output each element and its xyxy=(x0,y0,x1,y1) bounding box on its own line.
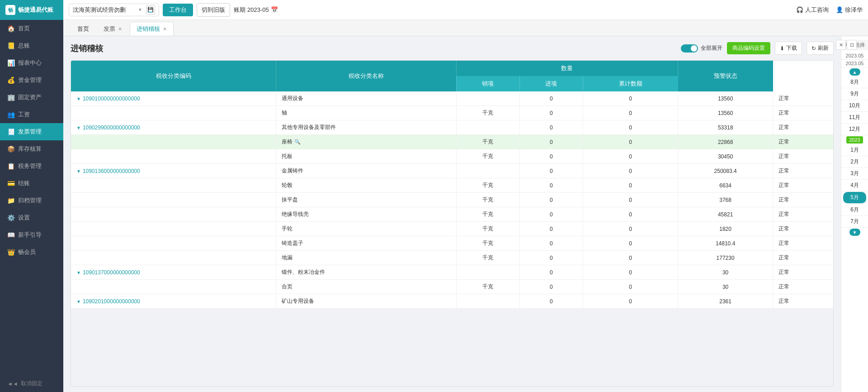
switch-track[interactable] xyxy=(681,44,698,53)
sidebar-icon-3: 💰 xyxy=(7,76,14,84)
expand-toggle[interactable]: 全部展开 xyxy=(681,44,722,53)
row-unit: 千克 xyxy=(456,106,519,120)
right-panel: ✕ ⊡ 期间选择 2023.05 2023.05 ▲ 8月 9月 10月 11月… xyxy=(841,36,868,392)
refresh-button[interactable]: ↻ 刷新 xyxy=(807,42,834,55)
sidebar-label-12: 新手引导 xyxy=(18,231,42,239)
sidebar-item-税务管理[interactable]: 📋税务管理 xyxy=(0,158,63,175)
th-quantity: 数量 xyxy=(456,61,678,76)
period-7[interactable]: 7月 xyxy=(841,216,868,228)
row-unit xyxy=(456,120,519,135)
row-name: 地漏 xyxy=(276,251,456,265)
sidebar-item-首页[interactable]: 🏠首页 xyxy=(0,20,63,37)
period-10[interactable]: 10月 xyxy=(841,100,868,112)
content-main: 进销稽核 全部展开 商品编码设置 ⬇ 下载 ↻ 刷 xyxy=(63,36,841,392)
sidebar-item-工资[interactable]: 👥工资 xyxy=(0,106,63,123)
collapse-icon[interactable]: ▼ xyxy=(76,169,81,174)
row-unit: 千克 xyxy=(456,135,519,149)
sidebar-item-结账[interactable]: 💳结账 xyxy=(0,175,63,192)
sidebar-label-5: 工资 xyxy=(18,110,30,119)
company-selector[interactable]: 沈海英测试经营勿删 ▼ 💾 xyxy=(69,4,159,16)
sidebar-item-报表中心[interactable]: 📊报表中心 xyxy=(0,54,63,72)
row-code: ▼1090299000000000000 xyxy=(71,120,276,135)
period-5-active[interactable]: 5月 xyxy=(843,192,866,204)
sidebar-item-固定资产[interactable]: 🏢固定资产 xyxy=(0,89,63,106)
tab-invoice[interactable]: 发票 ✕ xyxy=(97,22,129,36)
collapse-icon[interactable]: ▼ xyxy=(76,299,81,304)
data-table-wrapper: 税收分类编码 税收分类名称 数量 预警状态 销项 进项 累计数额 ▼1090 xyxy=(71,60,834,387)
sidebar-icon-1: 📒 xyxy=(7,42,14,49)
tab-invoice-close[interactable]: ✕ xyxy=(118,27,122,32)
tab-home[interactable]: 首页 xyxy=(71,22,96,36)
collapse-icon[interactable]: ▼ xyxy=(76,125,81,130)
th-warning: 预警状态 xyxy=(678,61,773,91)
sidebar-item-设置[interactable]: ⚙️设置 xyxy=(0,209,63,226)
row-name: 矿山专用设备 xyxy=(276,294,456,309)
collapse-icon[interactable]: ▼ xyxy=(76,270,81,275)
row-status: 正常 xyxy=(773,178,833,193)
row-total: 13560 xyxy=(678,91,773,106)
period-3[interactable]: 3月 xyxy=(841,168,868,180)
company-name: 沈海英测试经营勿删 xyxy=(73,6,136,14)
download-button[interactable]: ⬇ 下载 xyxy=(775,42,802,55)
download-label: 下载 xyxy=(786,44,797,52)
period-9[interactable]: 9月 xyxy=(841,88,868,100)
sidebar-item-发票管理[interactable]: 🧾发票管理 xyxy=(0,123,63,140)
sidebar-item-资金管理[interactable]: 💰资金管理 xyxy=(0,72,63,89)
row-name: 合页 xyxy=(276,280,456,294)
sidebar-item-库存核算[interactable]: 📦库存核算 xyxy=(0,140,63,158)
period-8[interactable]: 8月 xyxy=(841,76,868,88)
row-code xyxy=(71,236,276,251)
user-name: 徐泽华 xyxy=(845,6,863,14)
row-purchase: 0 xyxy=(583,294,678,309)
user-profile[interactable]: 👤 徐泽华 xyxy=(836,6,863,14)
period-12[interactable]: 12月 xyxy=(841,124,868,135)
scroll-up-button[interactable]: ▲ xyxy=(849,68,860,76)
row-total: 1820 xyxy=(678,222,773,236)
period-4[interactable]: 4月 xyxy=(841,180,868,191)
row-status: 正常 xyxy=(773,91,833,106)
period-2[interactable]: 2月 xyxy=(841,156,868,168)
reconcile-table: 税收分类编码 税收分类名称 数量 预警状态 销项 进项 累计数额 ▼1090 xyxy=(71,61,833,309)
period-6[interactable]: 6月 xyxy=(841,204,868,216)
row-status: 正常 xyxy=(773,236,833,251)
scroll-down-button[interactable]: ▼ xyxy=(849,229,860,236)
row-unit: 千克 xyxy=(456,280,519,294)
sidebar-footer[interactable]: ◄◄ 取消固定 xyxy=(0,375,63,392)
row-sales: 0 xyxy=(519,207,583,222)
service-button[interactable]: 🎧 人工咨询 xyxy=(796,6,829,14)
period-11[interactable]: 11月 xyxy=(841,112,868,124)
row-code xyxy=(71,207,276,222)
row-name: 绝缘导线壳 xyxy=(276,207,456,222)
tab-invoice-label: 发票 xyxy=(104,25,115,33)
calendar-icon[interactable]: 📅 xyxy=(271,6,278,13)
tab-reconcile[interactable]: 进销稽核 ✕ xyxy=(130,22,174,36)
year-label-2023[interactable]: 2023 xyxy=(846,136,863,143)
row-name: 其他专用设备及零部件 xyxy=(276,120,456,135)
sidebar-label-0: 首页 xyxy=(18,24,30,33)
table-row: ▼1090137000000000000 锻件、粉末冶金件 0 0 30 正常 xyxy=(71,265,833,280)
row-purchase: 0 xyxy=(583,222,678,236)
sidebar-icon-0: 🏠 xyxy=(7,25,14,32)
sidebar-label-10: 归档管理 xyxy=(18,196,42,205)
period-1[interactable]: 1月 xyxy=(841,144,868,156)
sidebar-item-总账[interactable]: 📒总账 xyxy=(0,37,63,54)
sidebar-icon-4: 🏢 xyxy=(7,94,14,101)
row-status: 正常 xyxy=(773,193,833,207)
tab-reconcile-close[interactable]: ✕ xyxy=(163,27,167,32)
workbench-button[interactable]: 工作台 xyxy=(163,4,193,16)
sidebar-label-6: 发票管理 xyxy=(18,128,42,136)
switch-old-button[interactable]: 切到旧版 xyxy=(197,3,230,17)
table-row: 轴 千克 0 0 13560 正常 xyxy=(71,106,833,120)
product-code-button[interactable]: 商品编码设置 xyxy=(727,42,770,54)
row-total: 22868 xyxy=(678,135,773,149)
expand-panel-button[interactable]: ⊡ xyxy=(847,40,857,50)
row-status: 正常 xyxy=(773,149,833,164)
sidebar-item-畅会员[interactable]: 👑畅会员 xyxy=(0,244,63,261)
close-panel-button[interactable]: ✕ xyxy=(836,40,846,50)
collapse-icon[interactable]: ▼ xyxy=(76,96,81,101)
sidebar-item-新手引导[interactable]: 📖新手引导 xyxy=(0,226,63,244)
sidebar-item-归档管理[interactable]: 📁归档管理 xyxy=(0,192,63,209)
row-total: 30450 xyxy=(678,149,773,164)
table-row: 托板 千克 0 0 30450 正常 xyxy=(71,149,833,164)
row-search-icon[interactable]: 🔍 xyxy=(294,139,301,145)
